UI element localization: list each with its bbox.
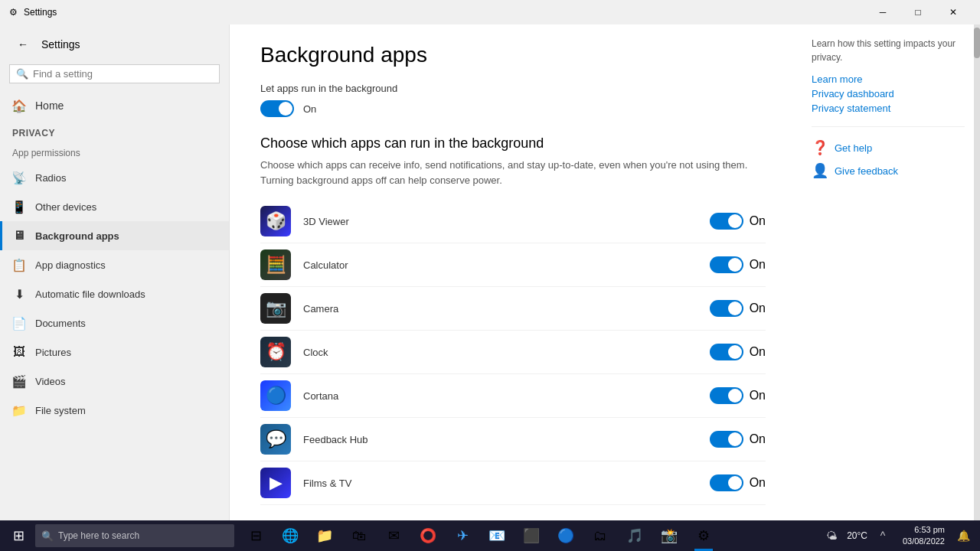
app-name-clock: Clock [303,347,697,358]
app-toggle-wrap-camera: On [710,300,766,317]
toggle-knob-feedback-hub [728,432,742,446]
sidebar-item-pictures[interactable]: 🖼 Pictures [0,337,229,367]
search-input[interactable] [33,68,213,80]
radios-label: Radios [35,172,66,184]
search-box[interactable]: 🔍 [9,64,220,83]
taskbar: ⊞ 🔍 Type here to search ⊟ 🌐 📁 🛍 ✉ ⭕ ✈ 📧 … [0,520,980,551]
scrollbar[interactable] [974,24,980,520]
title-bar-left: ⚙ Settings [9,7,57,18]
app-name-camera: Camera [303,303,697,315]
taskbar-telegram[interactable]: ✈ [446,520,479,551]
sidebar-item-documents[interactable]: 📄 Documents [0,308,229,337]
taskbar-clock[interactable]: 6:53 pm 03/08/2022 [898,524,949,548]
taskbar-chrome[interactable]: 🔵 [549,520,583,551]
learn-more-link[interactable]: Learn more [812,73,965,85]
app-toggle-clock[interactable] [710,344,743,360]
taskbar-spotify[interactable]: 🎵 [618,520,652,551]
toggle-on-label: On [303,103,316,115]
toggle-knob-camera [728,302,742,315]
taskbar-outlook[interactable]: 📧 [480,520,514,551]
toggle-knob-calculator [728,258,742,272]
give-feedback-item[interactable]: 👤 Give feedback [812,162,965,179]
documents-label: Documents [35,318,86,329]
content-area: Background apps Let apps run in the back… [230,24,980,520]
give-feedback-link[interactable]: Give feedback [835,165,898,177]
scrollbar-thumb[interactable] [974,28,980,58]
taskbar-store[interactable]: 🛍 [342,520,376,551]
sidebar-item-app-diagnostics[interactable]: 📋 App diagnostics [0,250,229,279]
automatic-file-downloads-label: Automatic file downloads [35,289,145,300]
pictures-label: Pictures [35,347,71,358]
app-toggle-wrap-calculator: On [710,256,766,273]
app-icon-clock: ⏰ [260,337,291,367]
app-toggle-label-clock: On [750,345,766,359]
toggle-knob [279,102,292,116]
privacy-dashboard-link[interactable]: Privacy dashboard [812,88,965,99]
file-system-label: File system [35,405,86,416]
app-name-films-tv: Films & TV [303,478,697,489]
app-toggle-calculator[interactable] [710,256,743,273]
toggle-knob-films-tv [728,476,742,490]
close-button[interactable]: ✕ [936,0,971,24]
taskbar-search-icon: 🔍 [41,530,54,542]
taskbar-files[interactable]: 🗂 [583,520,617,551]
videos-label: Videos [35,376,66,387]
sidebar-item-file-system[interactable]: 📁 File system [0,396,229,425]
sidebar: ← Settings 🔍 🏠 Home Privacy App permissi… [0,24,230,520]
taskbar-date: 03/08/2022 [903,536,945,547]
sidebar-header: ← Settings [0,24,229,61]
taskbar-task-view[interactable]: ⊟ [239,520,273,551]
let-apps-run-toggle[interactable] [260,100,294,117]
app-name-feedback-hub: Feedback Hub [303,434,697,445]
other-devices-icon: 📱 [12,200,26,214]
taskbar-screenpresso[interactable]: 📸 [652,520,686,551]
taskbar-search-text: Type here to search [58,530,139,541]
sidebar-item-automatic-file-downloads[interactable]: ⬇ Automatic file downloads [0,279,229,308]
app-toggle-3d-viewer[interactable] [710,213,743,230]
home-label: Home [35,99,64,112]
taskbar-terminal[interactable]: ⬛ [514,520,548,551]
app-toggle-label-films-tv: On [750,476,766,490]
toggle-knob-clock [728,345,742,359]
taskbar-settings[interactable]: ⚙ [687,520,720,551]
sidebar-item-videos[interactable]: 🎬 Videos [0,367,229,396]
app-name-calculator: Calculator [303,259,697,271]
app-toggle-wrap-films-tv: On [710,474,766,491]
right-sidebar: Learn how this setting impacts your priv… [796,24,980,520]
privacy-statement-link[interactable]: Privacy statement [812,103,965,114]
taskbar-search[interactable]: 🔍 Type here to search [35,524,234,547]
app-toggle-cortana[interactable] [710,387,743,404]
app-toggle-camera[interactable] [710,300,743,317]
title-bar: ⚙ Settings ─ □ ✕ [0,0,980,24]
sidebar-item-other-devices[interactable]: 📱 Other devices [0,192,229,221]
taskbar-right: 🌤 20°C ^ 6:53 pm 03/08/2022 🔔 [819,520,977,551]
app-toggle-label-cortana: On [750,389,766,403]
app-toggle-wrap-clock: On [710,344,766,360]
sidebar-item-radios[interactable]: 📡 Radios [0,163,229,192]
app-permissions-label: App permissions [0,145,229,163]
taskbar-mail[interactable]: ✉ [377,520,410,551]
taskbar-temp: 20°C [847,530,867,541]
title-bar-controls: ─ □ ✕ [865,0,971,24]
app-toggle-films-tv[interactable] [710,474,743,491]
sidebar-item-home[interactable]: 🏠 Home [0,90,229,122]
taskbar-edge[interactable]: 🌐 [273,520,307,551]
app-toggle-feedback-hub[interactable] [710,431,743,448]
taskbar-chevron[interactable]: ^ [871,520,895,551]
maximize-button[interactable]: □ [900,0,936,24]
taskbar-explorer[interactable]: 📁 [308,520,341,551]
let-apps-run-toggle-row: Let apps run in the background [260,83,766,94]
automatic-file-downloads-icon: ⬇ [12,287,26,301]
sidebar-item-background-apps[interactable]: 🖥 Background apps [0,221,229,250]
get-help-link[interactable]: Get help [835,142,872,154]
app-body: ← Settings 🔍 🏠 Home Privacy App permissi… [0,24,980,520]
taskbar-opera[interactable]: ⭕ [411,520,445,551]
section-title: Choose which apps can run in the backgro… [260,135,766,152]
taskbar-weather[interactable]: 🌤 [819,520,844,551]
back-button[interactable]: ← [12,34,34,55]
taskbar-time: 6:53 pm [903,524,945,536]
taskbar-notification[interactable]: 🔔 [952,520,974,551]
minimize-button[interactable]: ─ [865,0,900,24]
start-button[interactable]: ⊞ [3,520,34,551]
get-help-item[interactable]: ❓ Get help [812,139,965,156]
